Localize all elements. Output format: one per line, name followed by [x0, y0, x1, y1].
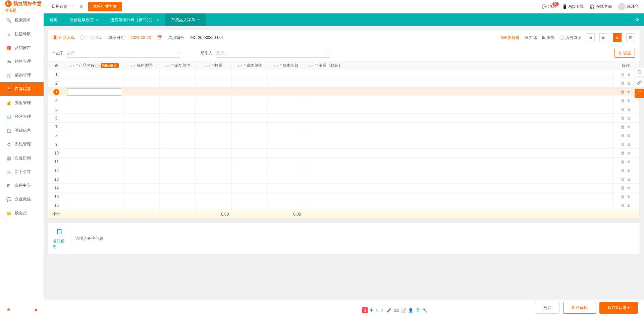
- cell-spec[interactable]: [123, 123, 160, 131]
- scan-button[interactable]: 扫码录入: [101, 63, 119, 68]
- cell-unit[interactable]: [160, 157, 196, 166]
- product-name-input[interactable]: [67, 88, 121, 96]
- ime-mic-icon[interactable]: 🎤: [386, 308, 391, 313]
- copy-icon[interactable]: ⧉: [628, 203, 631, 208]
- col-product[interactable]: ▲▼*产品名称?扫码录入: [65, 61, 123, 70]
- cell-amount[interactable]: [268, 105, 304, 114]
- delete-icon[interactable]: 🗑: [621, 133, 625, 138]
- sidebar-item-1[interactable]: ⌂快捷导航: [0, 27, 44, 41]
- radio-product-in[interactable]: 产品入库: [53, 35, 75, 41]
- cell-unit[interactable]: [160, 149, 196, 157]
- copy-icon[interactable]: ⧉: [628, 125, 631, 129]
- cell-product[interactable]: [65, 201, 123, 210]
- add-row-button[interactable]: +: [53, 89, 59, 95]
- copy-icon[interactable]: ⧉: [628, 142, 631, 147]
- cell-qty[interactable]: [196, 166, 232, 175]
- cell-qty[interactable]: [196, 96, 232, 105]
- sidebar-item-0[interactable]: 🔍搜索菜单: [0, 13, 44, 27]
- cell-avail[interactable]: [304, 114, 612, 123]
- table-row[interactable]: 4🗑⧉: [48, 96, 640, 105]
- cell-spec[interactable]: [123, 201, 160, 210]
- delete-icon[interactable]: 🗑: [621, 116, 625, 121]
- close-icon[interactable]: ×: [197, 17, 200, 22]
- cell-spec[interactable]: [123, 79, 160, 88]
- copy-icon[interactable]: ⧉: [628, 81, 631, 86]
- dock-link-button[interactable]: 🔗: [635, 78, 644, 87]
- cell-price[interactable]: [232, 123, 268, 131]
- sidebar-item-10[interactable]: 🏢企业协同: [0, 151, 44, 165]
- cell-price[interactable]: [232, 149, 268, 157]
- cell-avail[interactable]: [304, 140, 612, 149]
- cell-price[interactable]: [232, 192, 268, 201]
- cell-amount[interactable]: [268, 184, 304, 192]
- cell-unit[interactable]: [160, 140, 196, 149]
- app-download-button[interactable]: 📱 App下载: [562, 4, 584, 9]
- copy-icon[interactable]: ⧉: [628, 151, 631, 155]
- sidebar-item-3[interactable]: 🛍销售管理: [0, 55, 44, 69]
- print-button[interactable]: 🖨打印: [524, 35, 537, 41]
- delete-icon[interactable]: 🗑: [621, 72, 625, 77]
- sidebar-item-8[interactable]: 📋基础信息: [0, 124, 44, 137]
- tab-minimize-button[interactable]: —: [623, 15, 632, 25]
- experience-button[interactable]: 体验行业方案: [88, 2, 122, 11]
- cell-amount[interactable]: [268, 79, 304, 88]
- cell-price[interactable]: [232, 157, 268, 166]
- cell-product[interactable]: [65, 79, 123, 88]
- dock-note-button[interactable]: 📋: [635, 67, 644, 77]
- cell-avail[interactable]: [304, 157, 612, 166]
- table-row[interactable]: 6🗑⧉: [48, 114, 640, 123]
- copy-icon[interactable]: ⧉: [628, 90, 631, 94]
- cell-spec[interactable]: [123, 131, 160, 140]
- cell-spec[interactable]: [123, 105, 160, 114]
- cell-amount[interactable]: [268, 192, 304, 201]
- delete-icon[interactable]: 🗑: [621, 168, 625, 173]
- copy-icon[interactable]: ⧉: [628, 168, 631, 173]
- help-icon[interactable]: ?: [95, 64, 100, 68]
- close-icon[interactable]: ×: [157, 17, 159, 22]
- cell-qty[interactable]: [196, 123, 232, 131]
- cell-unit[interactable]: [160, 166, 196, 175]
- cell-product[interactable]: [65, 140, 123, 149]
- cell-qty[interactable]: [196, 114, 232, 123]
- cell-unit[interactable]: [160, 70, 196, 79]
- cell-price[interactable]: [232, 79, 268, 88]
- copy-icon[interactable]: ⧉: [628, 107, 631, 112]
- sidebar-item-4[interactable]: 🛒采购管理: [0, 69, 44, 82]
- settings-icon[interactable]: ⚙: [7, 307, 10, 312]
- copy-icon[interactable]: ⧉: [628, 160, 631, 164]
- cell-amount[interactable]: [268, 149, 304, 157]
- copy-icon[interactable]: ⧉: [628, 177, 631, 182]
- cell-spec[interactable]: [123, 175, 160, 184]
- cell-spec[interactable]: [123, 96, 160, 105]
- cell-avail[interactable]: [304, 201, 612, 210]
- sidebar-item-11[interactable]: 📖新手引导: [0, 165, 44, 179]
- dock-expand-button[interactable]: ⛶: [635, 89, 644, 98]
- sidebar-item-12[interactable]: ⊞应用中心: [0, 179, 44, 192]
- cell-product[interactable]: [65, 88, 123, 96]
- cell-product[interactable]: [65, 166, 123, 175]
- table-row[interactable]: 7🗑⧉: [48, 123, 640, 131]
- cell-price[interactable]: [232, 166, 268, 175]
- sidebar-item-6[interactable]: 💰资金管理: [0, 96, 44, 110]
- table-row[interactable]: 5🗑⧉: [48, 105, 640, 114]
- cell-product[interactable]: [65, 192, 123, 201]
- table-row[interactable]: 12🗑⧉: [48, 166, 640, 175]
- cell-product[interactable]: [65, 131, 123, 140]
- col-amount[interactable]: ▲▼*成本金额: [268, 61, 304, 70]
- copy-icon[interactable]: ⧉: [628, 116, 631, 121]
- delete-icon[interactable]: 🗑: [621, 98, 625, 103]
- delete-icon[interactable]: 🗑: [621, 142, 625, 147]
- warehouse-select[interactable]: 选择... ⋯: [66, 49, 180, 58]
- collapse-icon[interactable]: ◀: [34, 307, 37, 312]
- copy-icon[interactable]: ⧉: [628, 186, 631, 190]
- table-row[interactable]: 8🗑⧉: [48, 131, 640, 140]
- cell-product[interactable]: [65, 123, 123, 131]
- cell-qty[interactable]: [196, 105, 232, 114]
- operate-button[interactable]: ⊞操作: [542, 35, 554, 41]
- cell-price[interactable]: [232, 70, 268, 79]
- cell-avail[interactable]: [304, 166, 612, 175]
- cell-avail[interactable]: [304, 175, 612, 184]
- cell-qty[interactable]: [196, 184, 232, 192]
- save-new-button[interactable]: 保存&新增 ▾: [599, 302, 638, 314]
- sidebar-item-13[interactable]: 💬企业微信: [0, 192, 44, 206]
